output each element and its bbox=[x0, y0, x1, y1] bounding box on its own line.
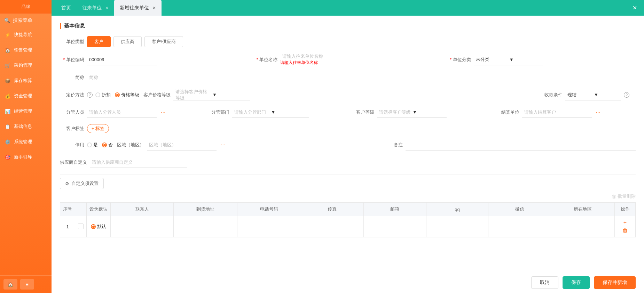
tab-home[interactable]: 首页 bbox=[56, 0, 77, 16]
row-qq-input[interactable] bbox=[429, 221, 486, 232]
payment-terms-help-icon[interactable]: ? bbox=[624, 92, 629, 98]
unit-type-group: 客户 供应商 客户/供应商 bbox=[87, 36, 183, 47]
row-checkbox[interactable] bbox=[78, 223, 84, 229]
col-address: 到货地址 bbox=[174, 203, 237, 216]
pricing-discount-radio[interactable] bbox=[95, 92, 100, 97]
remark-input[interactable] bbox=[406, 139, 636, 150]
row-phone[interactable] bbox=[237, 216, 301, 237]
sidebar-item-system[interactable]: ⚙️ 系统管理 bbox=[0, 134, 52, 149]
unit-name-input[interactable] bbox=[280, 54, 378, 59]
row-contact[interactable] bbox=[111, 216, 174, 237]
section-header: 基本信息 bbox=[60, 23, 636, 29]
sidebar-item-inventory[interactable]: 📦 库存核算 bbox=[0, 73, 52, 88]
row-add-btn[interactable]: + bbox=[622, 219, 628, 227]
batch-delete-area[interactable]: 🗑 批量删除 bbox=[60, 193, 636, 200]
row-fax-input[interactable] bbox=[304, 221, 361, 232]
sidebar-item-purchase[interactable]: 🛒 采购管理 bbox=[0, 58, 52, 73]
payment-terms-select[interactable]: 现结 ▼ bbox=[565, 89, 621, 100]
row-address[interactable] bbox=[174, 216, 237, 237]
department-select[interactable]: 请输入分管部门 ▼ bbox=[232, 107, 309, 118]
lightning-icon: ⚡ bbox=[4, 31, 11, 38]
disable-no[interactable]: 否 bbox=[102, 142, 113, 148]
customer-level-select[interactable]: 请选择客户等级 ▼ bbox=[377, 107, 447, 118]
save-new-button[interactable]: 保存并新增 bbox=[594, 276, 636, 289]
customer-price-level-placeholder: 请选择客户价格等级 bbox=[175, 89, 211, 101]
disable-label: 停用 bbox=[60, 142, 84, 148]
sidebar-item-sales[interactable]: 🏠 销售管理 bbox=[0, 42, 52, 58]
save-button[interactable]: 保存 bbox=[563, 276, 590, 289]
supplier-custom-input[interactable] bbox=[90, 157, 187, 168]
tab-new-contact[interactable]: 新增往来单位 ✕ bbox=[114, 0, 162, 16]
col-checkbox bbox=[75, 203, 87, 216]
default-radio[interactable] bbox=[91, 224, 96, 229]
section-icon bbox=[60, 23, 61, 29]
disable-yes-radio[interactable] bbox=[87, 143, 92, 147]
row-region[interactable] bbox=[551, 216, 615, 237]
row-checkbox-cell[interactable] bbox=[75, 216, 87, 237]
unit-type-both[interactable]: 客户/供应商 bbox=[144, 36, 183, 47]
short-name-input[interactable] bbox=[87, 72, 157, 83]
unit-type-supplier[interactable]: 供应商 bbox=[113, 36, 142, 47]
disable-no-radio[interactable] bbox=[102, 143, 107, 147]
payment-terms-value: 现结 bbox=[567, 92, 592, 98]
money-icon: 💰 bbox=[4, 92, 11, 99]
unit-code-field: 单位编码 bbox=[60, 54, 249, 65]
payment-terms-arrow: ▼ bbox=[594, 92, 619, 97]
sidebar-item-finance[interactable]: 💰 资金管理 bbox=[0, 88, 52, 104]
pricing-help-icon[interactable]: ? bbox=[87, 92, 93, 98]
tag-field: 客户标签 + 标签 bbox=[60, 124, 636, 133]
row-delete-btn[interactable]: 🗑 bbox=[621, 227, 629, 234]
customer-price-level-select[interactable]: 请选择客户价格等级 ▼ bbox=[173, 89, 250, 100]
sidebar-item-basic-info[interactable]: 📋 基础信息 bbox=[0, 119, 52, 134]
row-qq[interactable] bbox=[426, 216, 488, 237]
sidebar-home-btn[interactable]: 🏠 bbox=[3, 279, 17, 290]
sidebar-item-operations[interactable]: 📊 经营管理 bbox=[0, 104, 52, 119]
settlement-unit-input[interactable] bbox=[522, 107, 592, 118]
row-phone-input[interactable] bbox=[240, 221, 298, 232]
sidebar-item-quick-nav[interactable]: ⚡ 快捷导航 bbox=[0, 27, 52, 42]
pricing-discount[interactable]: 折扣 bbox=[95, 92, 111, 98]
row-wechat[interactable] bbox=[488, 216, 551, 237]
region-input[interactable] bbox=[147, 139, 217, 150]
manager-input[interactable] bbox=[87, 107, 157, 118]
pricing-level[interactable]: 价格等级 bbox=[115, 92, 139, 98]
pricing-level-radio[interactable] bbox=[115, 92, 120, 97]
row-default-label: 默认 bbox=[97, 223, 106, 230]
remark-field: 备注 bbox=[378, 139, 636, 150]
row-fax[interactable] bbox=[301, 216, 363, 237]
region-more-btn[interactable]: ··· bbox=[219, 142, 227, 148]
box-icon: 📦 bbox=[4, 77, 11, 84]
unit-name-label: 单位名称 bbox=[253, 57, 277, 63]
unit-type-customer[interactable]: 客户 bbox=[87, 36, 111, 47]
unit-name-error: 请输入往来单位名称 bbox=[280, 60, 442, 66]
search-icon: 🔍 bbox=[4, 18, 10, 23]
disable-yes[interactable]: 是 bbox=[87, 142, 98, 148]
manager-more-btn[interactable]: ··· bbox=[159, 109, 167, 115]
tab-new-contact-close[interactable]: ✕ bbox=[152, 6, 156, 10]
sidebar-item-search[interactable]: 🔍 搜索菜单 bbox=[0, 14, 52, 27]
sidebar-more-btn[interactable]: ≡ bbox=[20, 279, 34, 290]
region-label: 区域（地区） bbox=[117, 142, 144, 148]
unit-type-row: 单位类型 客户 供应商 客户/供应商 bbox=[60, 36, 636, 47]
unit-category-select[interactable]: 未分类 ▼ bbox=[474, 54, 543, 65]
cancel-button[interactable]: 取消 bbox=[531, 276, 558, 289]
window-close-btn[interactable]: ✕ bbox=[630, 3, 640, 13]
row-email-input[interactable] bbox=[367, 221, 423, 232]
custom-settings-btn[interactable]: ⚙ 自定义项设置 bbox=[60, 178, 104, 189]
settlement-unit-more-btn[interactable]: ··· bbox=[595, 109, 602, 115]
customer-level-field: 客户等级 请选择客户等级 ▼ bbox=[350, 107, 491, 118]
row-contact-input[interactable] bbox=[113, 221, 171, 232]
row-email[interactable] bbox=[363, 216, 426, 237]
tab-contacts[interactable]: 往来单位 ✕ bbox=[77, 0, 114, 16]
tab-contacts-close[interactable]: ✕ bbox=[105, 6, 109, 10]
row-region-input[interactable] bbox=[554, 221, 612, 232]
row-wechat-input[interactable] bbox=[491, 221, 548, 232]
row-address-input[interactable] bbox=[176, 221, 234, 232]
sidebar-item-guide[interactable]: 🎯 新手引导 bbox=[0, 149, 52, 165]
pricing-radio-group: 折扣 价格等级 bbox=[95, 92, 139, 98]
unit-code-input[interactable] bbox=[87, 54, 157, 65]
unit-name-field: 单位名称 请输入往来单位名称 bbox=[253, 54, 442, 66]
row-default-radio[interactable]: 默认 bbox=[89, 223, 108, 230]
tag-add-btn[interactable]: + 标签 bbox=[87, 124, 109, 133]
short-name-label: 简称 bbox=[60, 74, 84, 81]
